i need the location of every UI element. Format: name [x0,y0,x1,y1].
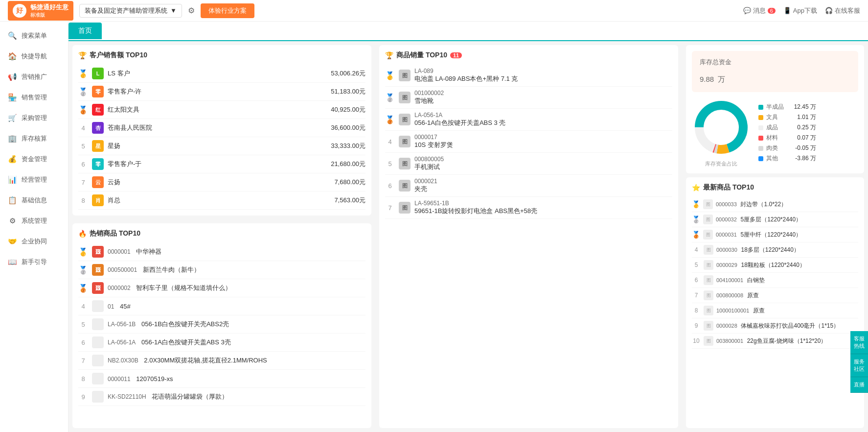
latest-product-img: 图 [703,230,713,240]
trophy-icon: 🏆 [78,51,87,59]
logo-text: 畅捷通好生意 [30,3,69,12]
sidebar-item-operations[interactable]: 📊 经营管理 [0,169,68,190]
sidebar-item-system[interactable]: ⚙ 系统管理 [0,211,68,231]
hot-product-info: 0000011 12070519-xs [108,375,365,383]
main-layout: 🔍 搜索菜单 🏠 快捷导航 📢 营销推广 🏪 销售管理 🛒 采购管理 🏢 库存核… [0,22,868,432]
rank-num: 7 [385,204,395,212]
hot-product-img: 🖼 [92,246,104,258]
sidebar-item-marketing[interactable]: 📢 营销推广 [0,67,68,87]
customer-avatar: 零 [92,86,104,97]
cs-item-2[interactable]: 直播 [850,377,868,393]
legend-dot [758,146,763,151]
rank-num: 6 [385,182,395,190]
hot-product-img [92,336,104,348]
customer-rank-row: 4 杏 苍南县人民医院 36,600.00元 [78,119,365,137]
cs-item-0[interactable]: 客服热线 [850,331,868,354]
headset-icon: 🎧 [825,7,833,14]
product-rank-row: 5 图 000800005 手机测试 [385,153,672,175]
customer-name: LS 客户 [108,69,327,78]
customer-avatar: 零 [92,158,104,170]
rank-num: 8 [78,375,88,383]
hot-product-row: 🥇 🖼 0000001 中华神器 [78,243,365,261]
sidebar-label-purchase: 采购管理 [22,114,47,122]
product-info: 001000002 雪地靴 [414,90,672,105]
cs-float: 客服热线 服务社区 直播 [850,331,868,393]
hot-product-row: 6 LA-056-1A 056-1A白色按键开关盖ABS 3壳 [78,334,365,352]
hot-product-code: 01 [108,303,114,310]
sales-icon: 🏪 [8,93,17,102]
latest-product-name: 白钢垫 [747,277,765,284]
medal-gold: 🥇 [78,69,88,78]
medal-gold: 🥇 [78,247,88,257]
hot-product-code: NB2.0X30B [108,357,138,364]
medal-silver: 🥈 [385,93,395,102]
chart-section: 库存资金占比 半成品 12.45 万 文具 1.01 万 成品 0.25 万 材… [692,98,858,168]
sidebar-item-guide[interactable]: 📖 新手引导 [0,252,68,272]
rank-num: 4 [692,246,701,253]
online-service-button[interactable]: 🎧 在线客服 [825,6,860,15]
legend-label: 肉类 [766,144,784,152]
customer-avatar: 杏 [92,122,104,134]
enterprise-icon: 🤝 [8,237,17,246]
customer-ranking-title: 🏆 客户销售额 TOP10 [78,51,365,60]
cs-item-1[interactable]: 服务社区 [850,354,868,377]
hot-product-code: LA-056-1B [108,321,136,328]
latest-product-code: 000800008 [716,292,743,298]
settings-icon[interactable]: ⚙ [188,6,195,15]
product-name: 056-1A白色按键开关盖ABS 3 壳 [414,119,672,127]
latest-products-list: 🥇 图 0000033 封边带（1.0*22） 🥈 图 0000032 5厘多层… [692,197,858,349]
product-code: LA-089 [414,68,672,74]
latest-product-code: 0000032 [716,216,737,222]
sidebar-item-purchase[interactable]: 🛒 采购管理 [0,108,68,128]
product-img: 图 [399,136,411,147]
sidebar-item-inventory[interactable]: 🏢 库存核算 [0,128,68,149]
legend-dot [758,136,763,141]
messages-button[interactable]: 💬 消息 6 [743,6,776,15]
sidebar-item-search[interactable]: 🔍 搜索菜单 [0,25,68,46]
latest-product-row: 🥇 图 0000033 封边带（1.0*22） [692,197,858,212]
customer-rank-row: 🥈 零 零售客户-许 51,183.00元 [78,83,365,101]
hot-product-name: 45# [120,303,131,310]
product-rank-row: 4 图 0000017 10S 变射罗煲 [385,131,672,153]
latest-product-info: 004100001 白钢垫 [716,276,858,285]
rank-num: 5 [385,160,395,168]
sidebar-item-base-info[interactable]: 📋 基础信息 [0,190,68,211]
trial-button[interactable]: 体验行业方案 [201,3,254,18]
sidebar-item-quick-nav[interactable]: 🏠 快捷导航 [0,46,68,67]
product-count-badge: 11 [450,52,462,58]
latest-product-name: 体械嘉枚味苏打饮品400毫升（1*15） [741,322,839,329]
product-rank-row: 7 图 LA-59651-1B 59651-1B旋转投影灯电池盒 ABS黑色+5… [385,197,672,219]
customer-rank-row: 🥇 L LS 客户 53,006.26元 [78,65,365,83]
rank-num: 5 [78,321,88,328]
rank-num: 5 [78,143,88,150]
hot-product-info: 0000001 中华神器 [108,247,365,256]
sidebar-item-sales[interactable]: 🏪 销售管理 [0,87,68,108]
trophy2-icon: 🏆 [385,51,393,59]
legend-item: 成品 0.25 万 [758,123,816,132]
rank-num: 8 [692,307,701,314]
col2: 🏆 商品销量 TOP10 11 🥇 图 LA-089 电池盖 LA-089 AB… [375,41,682,432]
rank-num: 8 [78,197,88,204]
hot-product-info: 01 45# [108,303,365,310]
tab-home[interactable]: 首页 [69,23,102,39]
topbar-left: 好 畅捷通好生意 标准版 装备及固定资产辅助管理系统 ▼ ⚙ 体验行业方案 [8,1,254,21]
sidebar-item-enterprise[interactable]: 🤝 企业协同 [0,231,68,252]
system-selector[interactable]: 装备及固定资产辅助管理系统 ▼ [79,4,182,18]
hot-product-info: NB2.0X30B 2.0X30MM双搓花轴,搓花直径2.1MM/ROHS [108,356,365,365]
hot-product-img [92,373,104,384]
sidebar-label-base-info: 基础信息 [22,196,47,205]
sidebar-item-finance[interactable]: 💰 资金管理 [0,149,68,169]
product-rank-row: 6 图 0000021 夹壳 [385,175,672,197]
rank-num: 6 [692,277,701,284]
latest-product-info: 10000100001 原查 [716,307,858,315]
product-info: 0000021 夹壳 [414,178,672,193]
customer-rank-row: 7 云 云扬 7,680.00元 [78,173,365,192]
product-code: 0000021 [414,178,672,185]
col1: 🏆 客户销售额 TOP10 🥇 L LS 客户 53,006.26元 🥈 零 零… [69,41,375,432]
customer-name: 零售客户-许 [108,87,327,96]
hot-product-img [92,300,104,312]
medal-bronze: 🥉 [78,105,88,115]
customer-amount: 40,925.00元 [331,105,365,114]
app-download-button[interactable]: 📱 App下载 [783,6,817,15]
hot-product-code: 000500001 [108,266,137,273]
